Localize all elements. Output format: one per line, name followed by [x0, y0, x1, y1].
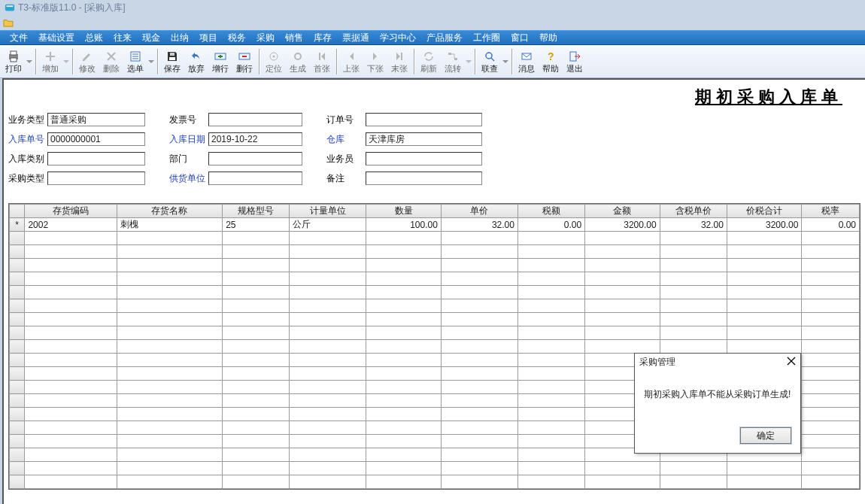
tb-link-dropdown[interactable] — [502, 47, 509, 77]
tb-addrow[interactable]: 增行 — [208, 47, 232, 77]
col-total[interactable]: 价税合计 — [727, 205, 801, 218]
tb-delrow[interactable]: 删行 — [232, 47, 256, 77]
menu-file[interactable]: 文件 — [5, 32, 33, 44]
tb-add-dropdown[interactable] — [62, 47, 70, 77]
field-in-date[interactable]: 2019-10-22 — [208, 132, 302, 146]
menu-basic[interactable]: 基础设置 — [33, 32, 80, 44]
menu-bill[interactable]: 票据通 — [337, 32, 375, 44]
col-code[interactable]: 存货编码 — [25, 205, 117, 218]
tb-message[interactable]: 消息 — [514, 47, 539, 77]
tb-flow-dropdown[interactable] — [465, 47, 472, 77]
col-price[interactable]: 单价 — [441, 205, 517, 218]
menu-stock[interactable]: 库存 — [308, 32, 337, 44]
field-dept[interactable] — [208, 152, 302, 165]
field-warehouse[interactable]: 天津库房 — [366, 132, 482, 146]
table-row[interactable] — [10, 259, 860, 272]
tb-generate[interactable]: 生成 — [286, 47, 310, 77]
tb-sep — [475, 49, 475, 74]
tb-print-dropdown[interactable] — [26, 47, 33, 77]
tb-prev[interactable]: 上张 — [339, 47, 363, 77]
table-row[interactable] — [10, 272, 860, 286]
lbl-in-date[interactable]: 入库日期 — [169, 133, 208, 146]
table-row[interactable] — [10, 232, 860, 245]
menu-project[interactable]: 项目 — [194, 32, 223, 44]
menu-service[interactable]: 产品服务 — [421, 32, 468, 44]
lbl-supplier[interactable]: 供货单位 — [169, 172, 208, 185]
col-unit[interactable]: 计量单位 — [290, 205, 366, 218]
secondary-title-strip — [0, 15, 865, 30]
tb-help[interactable]: ?帮助 — [539, 47, 563, 77]
window-title: T3-标准版11.0 - [采购入库] — [18, 2, 126, 14]
table-row[interactable] — [10, 475, 860, 489]
field-in-kind[interactable] — [47, 152, 145, 165]
menu-sales[interactable]: 销售 — [280, 32, 308, 44]
table-row[interactable] — [10, 462, 860, 475]
col-spec[interactable]: 规格型号 — [223, 205, 290, 218]
field-in-no[interactable]: 0000000001 — [47, 132, 145, 146]
field-invoice-no[interactable] — [208, 113, 302, 126]
field-order-no[interactable] — [366, 113, 482, 126]
tb-locate[interactable]: 定位 — [262, 47, 286, 77]
row-plus-icon — [214, 50, 226, 62]
field-clerk[interactable] — [366, 152, 482, 165]
menu-tax[interactable]: 税务 — [223, 32, 251, 44]
lbl-remark: 备注 — [326, 172, 366, 185]
tb-save[interactable]: 保存 — [160, 47, 184, 77]
menu-cashier[interactable]: 出纳 — [165, 32, 194, 44]
field-supplier[interactable] — [208, 172, 302, 185]
tb-edit[interactable]: 修改 — [75, 47, 99, 77]
tb-select[interactable]: 选单 — [123, 47, 147, 77]
tb-add[interactable]: 增加 — [38, 47, 62, 77]
col-rate[interactable]: 税率 — [802, 205, 860, 218]
menu-arap[interactable]: 往来 — [108, 32, 137, 44]
col-name[interactable]: 存货名称 — [117, 205, 222, 218]
col-tax[interactable]: 税额 — [517, 205, 584, 218]
table-row[interactable] — [10, 245, 860, 259]
target-icon — [268, 50, 280, 62]
tb-delete[interactable]: 删除 — [99, 47, 123, 77]
flow-icon — [447, 50, 459, 62]
table-row[interactable] — [10, 299, 860, 313]
refresh-icon — [423, 50, 435, 62]
col-qty[interactable]: 数量 — [366, 205, 441, 218]
tb-exit[interactable]: 退出 — [563, 47, 587, 77]
tb-print[interactable]: 打印 — [2, 47, 26, 77]
tb-last[interactable]: 末张 — [387, 47, 411, 77]
lbl-clerk: 业务员 — [326, 153, 366, 165]
svg-point-12 — [273, 56, 275, 58]
lbl-in-no[interactable]: 入库单号 — [8, 133, 47, 146]
menu-gl[interactable]: 总账 — [80, 32, 108, 44]
field-business-type[interactable]: 普通采购 — [47, 113, 145, 126]
tb-link[interactable]: 联查 — [478, 47, 502, 77]
table-row[interactable] — [10, 340, 860, 354]
table-row[interactable] — [10, 313, 860, 326]
dialog-purchase-mgmt: 采购管理 期初采购入库单不能从采购订单生成! 确定 — [634, 353, 801, 454]
menu-workspace[interactable]: 工作圈 — [468, 32, 505, 44]
menu-help[interactable]: 帮助 — [534, 32, 563, 44]
document-title: 期初采购入库单 — [4, 80, 865, 113]
tb-refresh[interactable]: 刷新 — [417, 47, 441, 77]
col-amount[interactable]: 金额 — [585, 205, 660, 218]
search-icon — [484, 50, 496, 62]
menu-cash[interactable]: 现金 — [137, 32, 165, 44]
dialog-close-button[interactable] — [787, 357, 796, 368]
tb-flow[interactable]: 流转 — [441, 47, 465, 77]
table-row[interactable] — [10, 326, 860, 340]
tb-discard[interactable]: 放弃 — [184, 47, 208, 77]
menu-window[interactable]: 窗口 — [505, 32, 534, 44]
field-remark[interactable] — [366, 172, 482, 185]
menu-purchase[interactable]: 采购 — [251, 32, 280, 44]
lbl-warehouse[interactable]: 仓库 — [326, 133, 366, 146]
dialog-ok-button[interactable]: 确定 — [740, 427, 791, 444]
menu-learn[interactable]: 学习中心 — [375, 32, 421, 44]
tb-select-dropdown[interactable] — [147, 47, 155, 77]
table-row[interactable]: *2002刺槐25公斤100.0032.000.003200.0032.0032… — [10, 218, 860, 232]
field-buy-type[interactable] — [47, 172, 145, 185]
tb-sep — [72, 49, 73, 74]
table-row[interactable] — [10, 286, 860, 299]
svg-rect-14 — [448, 53, 451, 55]
tb-first[interactable]: 首张 — [310, 47, 334, 77]
col-taxprice[interactable]: 含税单价 — [660, 205, 727, 218]
tb-next[interactable]: 下张 — [363, 47, 387, 77]
lbl-dept: 部门 — [169, 153, 208, 165]
